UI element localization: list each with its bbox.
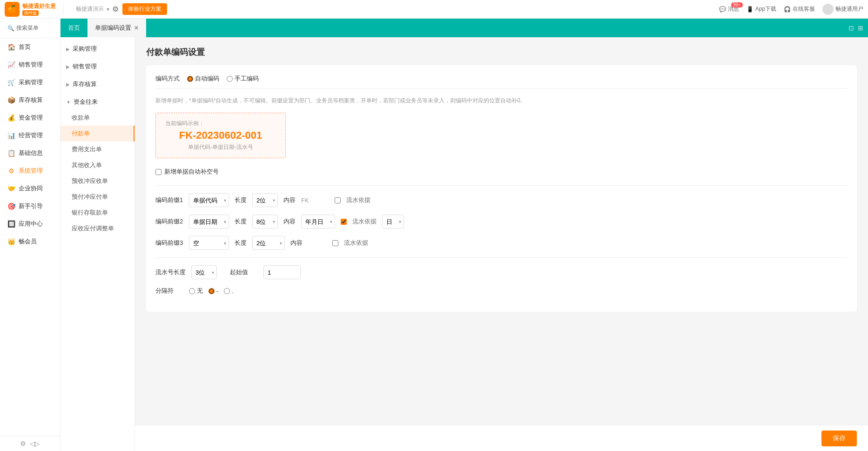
sub-item-prepay-pay[interactable]: 预付冲应付单 — [61, 189, 135, 205]
guide-icon: 🎯 — [7, 202, 15, 210]
sidebar-item-purchase[interactable]: 🛒 采购管理 — [0, 74, 60, 91]
save-button[interactable]: 保存 — [821, 431, 857, 446]
online-service-item[interactable]: 🎧 在线客服 — [784, 5, 815, 13]
dropdown-icon[interactable]: ▾ — [107, 6, 109, 13]
sidebar-item-guide[interactable]: 🎯 新手引导 — [0, 197, 60, 215]
prefix2-select-wrap: 单据代码 单据日期 空 — [189, 215, 229, 229]
prefix3-select[interactable]: 单据代码 单据日期 空 — [189, 236, 229, 250]
page-content: 付款单编码设置 编码方式 自动编码 — [135, 37, 868, 425]
prefix2-serial-unit-select[interactable]: 日 月 年 — [382, 215, 404, 229]
sidebar: 🔍 搜索菜单 🏠 首页 📈 销售管理 🛒 采购管理 📦 库存核算 💰 资金管理 … — [0, 19, 61, 451]
prefix1-label: 编码前缀1 — [155, 196, 183, 204]
tab-maximize-icon[interactable]: ⊞ — [858, 24, 863, 32]
tab-home[interactable]: 首页 — [61, 19, 87, 37]
message-item[interactable]: 💬 消息 99+ — [719, 5, 739, 13]
sub-item-bank-deposit[interactable]: 银行存取款单 — [61, 205, 135, 221]
purchase-icon: 🛒 — [7, 79, 15, 86]
tab-bar-right: ⊡ ⊞ — [848, 24, 868, 32]
sep-dot-radio[interactable]: . — [224, 288, 234, 295]
prefix2-length-label: 长度 — [235, 217, 247, 226]
collapse-icon[interactable]: ◁▷ — [30, 440, 40, 447]
sub-sidebar: ▶ 采购管理 ▶ 销售管理 ▶ 库存核算 — [61, 37, 135, 451]
sidebar-item-finance[interactable]: 💰 资金管理 — [0, 109, 60, 127]
prefix1-length-select[interactable]: 2位 4位 6位 — [252, 193, 278, 207]
sub-group-purchase: ▶ 采购管理 — [61, 41, 135, 57]
content-area: 首页 单据编码设置 ✕ ⊡ ⊞ ▶ 采购管理 — [61, 19, 868, 451]
prefix2-content-select[interactable]: 年月日 年月 年 — [301, 215, 335, 229]
separator-row: 分隔符 无 - . — [155, 287, 848, 295]
serial-length-label: 流水号长度 — [155, 268, 186, 276]
serial-start-label: 起始值 — [230, 268, 258, 276]
save-bar: 保存 — [135, 425, 868, 451]
sub-item-expense[interactable]: 费用支出单 — [61, 141, 135, 157]
sub-item-payment[interactable]: 付款单 — [61, 126, 135, 141]
sidebar-item-enterprise[interactable]: 🤝 企业协同 — [0, 180, 60, 197]
sidebar-item-sales[interactable]: 📈 销售管理 — [0, 56, 60, 74]
sidebar-item-basic[interactable]: 📋 基础信息 — [0, 144, 60, 162]
page-title: 付款单编码设置 — [146, 47, 857, 58]
logo-icon: 🍊 — [5, 2, 20, 17]
prefix2-row: 编码前缀2 单据代码 单据日期 空 长度 — [155, 215, 848, 229]
sidebar-item-operations[interactable]: 📊 经营管理 — [0, 127, 60, 144]
prefix3-select-wrap: 单据代码 单据日期 空 — [189, 236, 229, 250]
prefix2-serial-label: 流水依据 — [352, 217, 377, 226]
settings-icon[interactable]: ⚙ — [112, 5, 119, 13]
sub-item-receipt[interactable]: 收款单 — [61, 110, 135, 126]
topbar-right: 💬 消息 99+ 📱 App下载 🎧 在线客服 畅捷通用户 — [719, 4, 863, 15]
sub-item-prepay-receive[interactable]: 预收冲应收单 — [61, 173, 135, 189]
serial-start-input[interactable] — [263, 265, 301, 279]
apps-icon: 🔲 — [7, 220, 15, 228]
sub-group-purchase-title[interactable]: ▶ 采购管理 — [61, 41, 135, 57]
prefix1-serial-checkbox[interactable] — [335, 197, 341, 203]
prefix2-length-select[interactable]: 2位 4位 6位 8位 — [252, 215, 278, 229]
sub-item-ar-ap[interactable]: 应收应付调整单 — [61, 221, 135, 236]
sidebar-item-inventory[interactable]: 📦 库存核算 — [0, 91, 60, 109]
search-menu-button[interactable]: 🔍 搜索菜单 — [4, 22, 56, 34]
tab-minimize-icon[interactable]: ⊡ — [848, 24, 854, 32]
sub-group-capital-title[interactable]: ▼ 资金往来 — [61, 94, 135, 110]
user-item[interactable]: 畅捷通用户 — [822, 4, 863, 15]
code-preview: 当前编码示例： FK-20230602-001 单据代码-单据日期-流水号 — [155, 113, 286, 158]
sub-group-sales: ▶ 销售管理 — [61, 59, 135, 74]
prefix3-length-select[interactable]: 2位 4位 — [252, 236, 285, 250]
sidebar-item-system[interactable]: ⚙ 系统管理 — [0, 162, 60, 180]
sep-none-radio[interactable]: 无 — [189, 287, 203, 295]
app-download-item[interactable]: 📱 App下载 — [747, 5, 776, 13]
info-text: 新增单据时，*单据编码*自动生成，不可编辑。前缀设置为部门、业务员等档案类，开单… — [155, 96, 848, 105]
tab-bar: 首页 单据编码设置 ✕ ⊡ ⊞ — [61, 19, 868, 37]
tab-close-icon[interactable]: ✕ — [134, 25, 139, 31]
sidebar-bottom: ⚙ ◁▷ — [0, 436, 60, 451]
sub-group-sales-title[interactable]: ▶ 销售管理 — [61, 59, 135, 74]
sidebar-item-home[interactable]: 🏠 首页 — [0, 38, 60, 56]
prefix3-serial-checkbox[interactable] — [332, 240, 338, 246]
settings-bottom-icon[interactable]: ⚙ — [20, 440, 26, 447]
auto-fill-checkbox[interactable] — [155, 169, 161, 175]
search-icon: 🔍 — [7, 25, 14, 32]
arrow-right-icon: ▶ — [66, 47, 70, 52]
tab-code-settings[interactable]: 单据编码设置 ✕ — [87, 19, 146, 37]
prefix1-select[interactable]: 单据代码 单据日期 空 — [189, 193, 229, 207]
serial-length-select[interactable]: 2位 3位 4位 — [191, 265, 217, 279]
topbar-nav: 畅捷通演示 ▾ ⚙ — [76, 5, 119, 13]
prefix1-length-wrap: 2位 4位 6位 — [252, 193, 278, 207]
inventory-icon: 📦 — [7, 96, 15, 104]
sidebar-item-apps[interactable]: 🔲 应用中心 — [0, 215, 60, 233]
prefix3-serial-label: 流水依据 — [344, 239, 368, 247]
sub-item-other-income[interactable]: 其他收入单 — [61, 157, 135, 173]
prefix2-content-wrap: 年月日 年月 年 — [301, 215, 335, 229]
sidebar-item-member[interactable]: 👑 畅会员 — [0, 233, 60, 250]
service-icon: 🎧 — [784, 6, 791, 13]
prefix1-content-label: 内容 — [283, 196, 296, 204]
auto-code-radio[interactable]: 自动编码 — [187, 74, 219, 83]
prefix2-select[interactable]: 单据代码 单据日期 空 — [189, 215, 229, 229]
trial-button[interactable]: 体验行业方案 — [122, 3, 167, 15]
sub-group-inventory-title[interactable]: ▶ 库存核算 — [61, 76, 135, 92]
sep-dash-radio[interactable]: - — [209, 288, 218, 295]
basic-icon: 📋 — [7, 149, 15, 157]
finance-icon: 💰 — [7, 114, 15, 121]
prefix2-serial-checkbox[interactable] — [341, 219, 347, 225]
logo: 🍊 畅捷通好生意 插件版 — [5, 2, 56, 17]
manual-code-radio[interactable]: 手工编码 — [227, 74, 259, 83]
prefix3-row: 编码前缀3 单据代码 单据日期 空 长度 — [155, 236, 848, 250]
prefix3-length-label: 长度 — [235, 239, 247, 247]
